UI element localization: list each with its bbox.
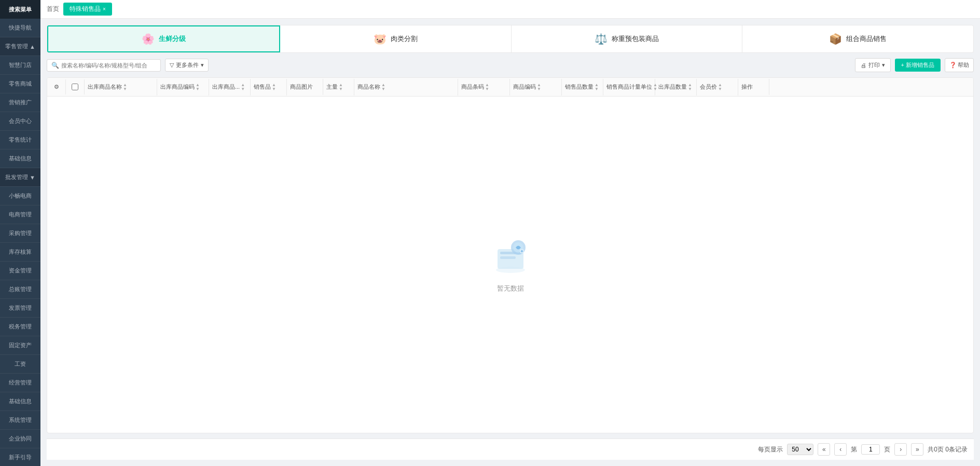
table-header: ⚙ 出库商品名称 ▲▼ 出库商品编码 ▲▼ 出库商品... ▲▼ 销售品 <box>47 78 973 97</box>
filter-icon: ▽ <box>170 62 174 68</box>
empty-data-icon <box>490 236 531 278</box>
sidebar-item-fixedassets[interactable]: 固定资产 <box>0 336 40 355</box>
help-label: 帮助 <box>958 61 969 69</box>
data-table: ⚙ 出库商品名称 ▲▼ 出库商品编码 ▲▼ 出库商品... ▲▼ 销售品 <box>47 77 974 433</box>
sidebar-item-label: 采购管理 <box>9 229 32 237</box>
close-tab-icon[interactable]: × <box>103 6 106 12</box>
chevron-up-icon: ▲ <box>30 44 35 50</box>
chevron-down-icon: ▾ <box>882 62 885 68</box>
sidebar-item-basicinfo1[interactable]: 基础信息 <box>0 149 40 168</box>
toolbar-right: 🖨 打印 ▾ + 新增销售品 ❓ 帮助 <box>855 58 974 72</box>
sort-icon[interactable]: ▲▼ <box>339 83 343 91</box>
sidebar-item-label: 基础信息 <box>9 155 32 162</box>
sidebar-item-label: 零售统计 <box>9 136 32 144</box>
sidebar-item-xiaochang[interactable]: 小畅电商 <box>0 187 40 205</box>
sidebar-item-enterprise[interactable]: 企业协同 <box>0 430 40 448</box>
sidebar-item-basicinfo2[interactable]: 基础信息 <box>0 392 40 411</box>
active-tab[interactable]: 特殊销售品 × <box>63 3 112 16</box>
sort-icon[interactable]: ▲▼ <box>241 83 245 91</box>
sidebar-item-purchase[interactable]: 采购管理 <box>0 224 40 243</box>
help-button[interactable]: ❓ 帮助 <box>945 58 974 72</box>
empty-text: 暂无数据 <box>497 284 524 293</box>
th-checkbox[interactable] <box>66 79 85 94</box>
sidebar-item-salary[interactable]: 工资 <box>0 355 40 374</box>
filter-button[interactable]: ▽ 更多条件 ▾ <box>165 59 209 72</box>
tab-label: 组合商品销售 <box>846 34 887 44</box>
next-page-button[interactable]: › <box>894 443 907 456</box>
total-info: 共0页 0条记录 <box>928 445 968 454</box>
sidebar-item-system[interactable]: 系统管理 <box>0 411 40 430</box>
sidebar-item-label: 经营管理 <box>9 379 32 387</box>
sidebar-item-member[interactable]: 会员中心 <box>0 112 40 131</box>
sidebar-item-retail[interactable]: 零售管理 ▲ <box>0 37 40 56</box>
sidebar-item-finance[interactable]: 资金管理 <box>0 262 40 280</box>
main-content: 首页 特殊销售品 × 🌸 生鲜分级 🐷 肉类分割 ⚖️ 称重预包装商品 📦 组合… <box>40 0 980 466</box>
print-button[interactable]: 🖨 打印 ▾ <box>855 58 891 72</box>
search-icon: 🔍 <box>51 62 59 69</box>
th-goods-code: 商品编码 ▲▼ <box>510 79 562 95</box>
page-label-prefix: 第 <box>851 445 857 454</box>
sidebar-item-label: 系统管理 <box>9 416 32 424</box>
sort-icon[interactable]: ▲▼ <box>718 83 722 91</box>
topbar: 首页 特殊销售品 × <box>40 0 980 19</box>
search-input[interactable] <box>61 62 156 68</box>
sidebar-item-smartstore[interactable]: 智慧门店 <box>0 56 40 75</box>
sidebar-item-label: 新手引导 <box>9 454 32 461</box>
add-button[interactable]: + 新增销售品 <box>895 59 941 72</box>
sort-icon[interactable]: ▲▼ <box>537 83 541 91</box>
per-page-select[interactable]: 50 10 20 100 <box>787 444 813 455</box>
sidebar-item-ecommerce[interactable]: 电商管理 <box>0 205 40 224</box>
sort-icon[interactable]: ▲▼ <box>485 83 489 91</box>
sort-icon[interactable]: ▲▼ <box>688 83 692 91</box>
th-operation: 操作 <box>738 79 769 95</box>
page-content: 🌸 生鲜分级 🐷 肉类分割 ⚖️ 称重预包装商品 📦 组合商品销售 🔍 <box>40 19 980 466</box>
th-barcode: 商品条码 ▲▼ <box>458 79 510 95</box>
sidebar-item-label: 零售商城 <box>9 80 32 88</box>
tab-label: 称重预包装商品 <box>612 34 659 44</box>
tab-weight-prepack[interactable]: ⚖️ 称重预包装商品 <box>512 25 743 52</box>
per-page-label: 每页显示 <box>758 445 783 454</box>
sidebar-item-label: 资金管理 <box>9 267 32 275</box>
sidebar-item-label: 快捷导航 <box>9 24 32 32</box>
print-icon: 🖨 <box>861 62 866 68</box>
sort-icon[interactable]: ▲▼ <box>272 83 276 91</box>
sort-icon[interactable]: ▲▼ <box>196 83 200 91</box>
sidebar-logo[interactable]: 搜索菜单 <box>0 0 40 19</box>
tab-fresh-grade[interactable]: 🌸 生鲜分级 <box>47 25 280 52</box>
select-all-checkbox[interactable] <box>72 84 78 90</box>
th-outstock-code2: 出库商品... ▲▼ <box>209 79 251 95</box>
sidebar-item-tax[interactable]: 税务管理 <box>0 318 40 336</box>
sidebar-item-label: 发票管理 <box>9 304 32 312</box>
page-input[interactable] <box>861 444 880 455</box>
sidebar-item-wholesale[interactable]: 批发管理 ▼ <box>0 168 40 187</box>
th-out-qty: 出库品数量 ▲▼ <box>655 79 697 95</box>
sidebar-item-retailstat[interactable]: 零售统计 <box>0 131 40 149</box>
sort-icon[interactable]: ▲▼ <box>381 83 385 91</box>
sidebar-item-label: 营销推广 <box>9 99 32 106</box>
th-goods-name: 商品名称 ▲▼ <box>354 79 458 95</box>
sidebar-item-ledger[interactable]: 总账管理 <box>0 280 40 299</box>
prev-page-button[interactable]: ‹ <box>834 443 847 456</box>
sort-icon[interactable]: ▲▼ <box>123 83 127 91</box>
sidebar-item-bizmgmt[interactable]: 经营管理 <box>0 374 40 392</box>
sidebar-item-label: 智慧门店 <box>9 61 32 69</box>
toolbar-left: 🔍 ▽ 更多条件 ▾ <box>47 59 209 72</box>
sidebar-item-retailmall[interactable]: 零售商城 <box>0 75 40 93</box>
fresh-grade-icon: 🌸 <box>142 33 155 45</box>
search-box[interactable]: 🔍 <box>47 59 161 72</box>
tab-combo-sales[interactable]: 📦 组合商品销售 <box>742 25 973 52</box>
home-breadcrumb[interactable]: 首页 <box>47 5 59 13</box>
first-page-button[interactable]: « <box>818 443 830 456</box>
sidebar-item-label: 库存核算 <box>9 248 32 256</box>
sidebar-item-newguide[interactable]: 新手引导 <box>0 448 40 466</box>
print-label: 打印 <box>868 61 880 69</box>
th-settings[interactable]: ⚙ <box>47 79 66 94</box>
sort-icon[interactable]: ▲▼ <box>595 83 599 91</box>
meat-cut-icon: 🐷 <box>374 33 387 45</box>
sidebar-item-inventory[interactable]: 库存核算 <box>0 243 40 262</box>
sidebar-item-quicknav[interactable]: 快捷导航 <box>0 19 40 37</box>
last-page-button[interactable]: » <box>911 443 923 456</box>
sidebar-item-invoice[interactable]: 发票管理 <box>0 299 40 318</box>
tab-meat-cut[interactable]: 🐷 肉类分割 <box>280 25 512 52</box>
sidebar-item-marketing[interactable]: 营销推广 <box>0 93 40 112</box>
